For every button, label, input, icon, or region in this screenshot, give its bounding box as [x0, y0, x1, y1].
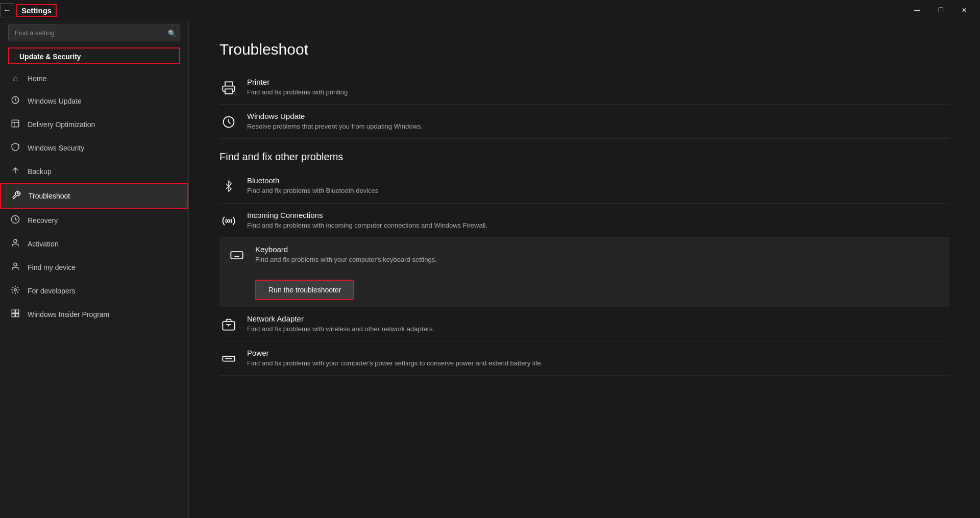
nav-icon-backup	[10, 166, 20, 177]
svg-rect-5	[12, 310, 15, 313]
trouble-icon-power	[219, 350, 238, 368]
sidebar-item-activation[interactable]: Activation	[0, 232, 188, 256]
svg-point-2	[14, 239, 17, 242]
trouble-icon-network-adapter	[219, 315, 238, 334]
svg-point-4	[14, 289, 17, 291]
trouble-item-keyboard[interactable]: Keyboard Find and fix problems with your…	[219, 238, 949, 307]
trouble-icon-printer	[219, 79, 238, 97]
sidebar-item-windows-update[interactable]: Windows Update	[0, 89, 188, 113]
back-button[interactable]: ←	[0, 3, 14, 17]
svg-rect-7	[12, 314, 15, 317]
nav-label-backup: Backup	[28, 167, 52, 176]
nav-icon-windows-insider	[10, 309, 20, 320]
sidebar-item-windows-insider[interactable]: Windows Insider Program	[0, 303, 188, 326]
nav-icon-windows-update	[10, 95, 20, 107]
svg-rect-6	[16, 310, 19, 313]
sidebar-item-troubleshoot[interactable]: Troubleshoot	[0, 183, 188, 209]
trouble-item-windows-update[interactable]: Windows Update Resolve problems that pre…	[219, 105, 949, 139]
content-area: Troubleshoot Printer Find and fix proble…	[189, 20, 980, 518]
svg-point-10	[228, 219, 230, 222]
trouble-icon-keyboard	[228, 246, 246, 264]
page-title: Troubleshoot	[219, 41, 949, 58]
svg-rect-11	[231, 252, 242, 259]
trouble-item-power[interactable]: Power Find and fix problems with your co…	[219, 341, 949, 376]
trouble-icon-incoming-connections	[219, 212, 238, 230]
main-layout: 🔍 Update & Security ⌂HomeWindows UpdateD…	[0, 20, 980, 518]
minimize-button[interactable]: —	[905, 0, 929, 20]
nav-label-windows-security: Windows Security	[28, 144, 84, 152]
nav-label-for-developers: For developers	[28, 287, 75, 295]
sidebar-item-for-developers[interactable]: For developers	[0, 279, 188, 303]
nav-icon-home: ⌂	[10, 74, 20, 83]
trouble-item-bluetooth[interactable]: Bluetooth Find and fix problems with Blu…	[219, 169, 949, 203]
find-fix-title: Find and fix other problems	[219, 151, 949, 163]
nav-icon-find-my-device	[10, 262, 20, 273]
sidebar-item-windows-security[interactable]: Windows Security	[0, 136, 188, 160]
trouble-item-incoming-connections[interactable]: Incoming Connections Find and fix proble…	[219, 204, 949, 238]
sidebar-item-backup[interactable]: Backup	[0, 160, 188, 183]
sidebar-item-home[interactable]: ⌂Home	[0, 68, 188, 89]
trouble-text-printer: Printer Find and fix problems with print…	[247, 78, 949, 97]
close-button[interactable]: ✕	[952, 0, 976, 20]
nav-label-windows-insider: Windows Insider Program	[28, 310, 109, 318]
nav-icon-delivery-optimization	[10, 119, 20, 130]
run-troubleshooter-button[interactable]: Run the troubleshooter	[255, 280, 354, 300]
title-bar: ← Settings — ❐ ✕	[0, 0, 980, 20]
maximize-button[interactable]: ❐	[929, 0, 952, 20]
nav-label-activation: Activation	[28, 240, 59, 248]
nav-items: ⌂HomeWindows UpdateDelivery Optimization…	[0, 68, 188, 326]
nav-label-delivery-optimization: Delivery Optimization	[28, 120, 95, 129]
sidebar-item-delivery-optimization[interactable]: Delivery Optimization	[0, 113, 188, 136]
window-controls: — ❐ ✕	[905, 0, 976, 20]
nav-icon-for-developers	[10, 285, 20, 297]
sidebar-item-find-my-device[interactable]: Find my device	[0, 256, 188, 279]
trouble-text-windows-update: Windows Update Resolve problems that pre…	[247, 112, 949, 131]
sidebar: 🔍 Update & Security ⌂HomeWindows UpdateD…	[0, 20, 189, 518]
svg-rect-8	[16, 314, 19, 317]
nav-icon-recovery	[10, 215, 20, 226]
trouble-icon-bluetooth	[219, 177, 238, 195]
nav-label-recovery: Recovery	[28, 216, 58, 225]
sidebar-item-recovery[interactable]: Recovery	[0, 209, 188, 232]
svg-point-3	[14, 263, 17, 266]
nav-label-windows-update: Windows Update	[28, 97, 82, 105]
sidebar-search-container: 🔍	[8, 24, 180, 41]
trouble-icon-windows-update	[219, 113, 238, 131]
section-label: Update & Security	[8, 47, 180, 64]
nav-icon-activation	[10, 238, 20, 250]
nav-label-home: Home	[28, 75, 46, 83]
nav-icon-troubleshoot	[11, 190, 21, 202]
top-items: Printer Find and fix problems with print…	[219, 70, 949, 139]
svg-rect-0	[12, 120, 19, 127]
app-title: Settings	[16, 4, 57, 17]
nav-label-troubleshoot: Troubleshoot	[29, 192, 70, 200]
svg-rect-9	[225, 89, 232, 93]
nav-label-find-my-device: Find my device	[28, 263, 76, 272]
other-items: Bluetooth Find and fix problems with Blu…	[219, 169, 949, 376]
trouble-item-printer[interactable]: Printer Find and fix problems with print…	[219, 70, 949, 105]
search-icon: 🔍	[168, 29, 176, 37]
trouble-item-network-adapter[interactable]: Network Adapter Find and fix problems wi…	[219, 307, 949, 341]
search-input[interactable]	[8, 24, 180, 41]
nav-icon-windows-security	[10, 142, 20, 154]
